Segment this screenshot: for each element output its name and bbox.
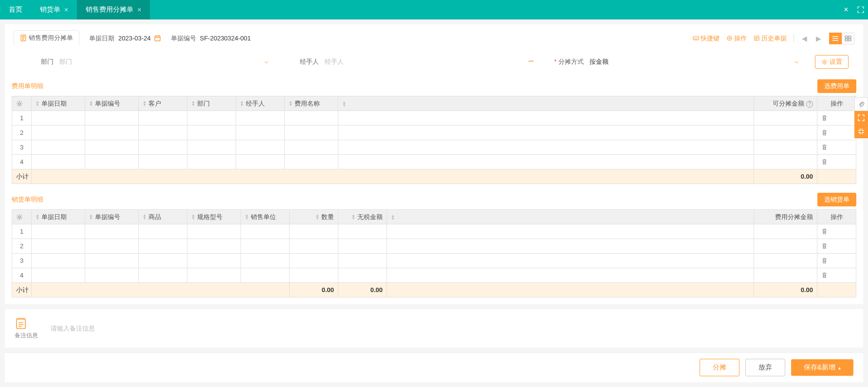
chevron-down-icon[interactable]: ⌵ — [264, 57, 268, 65]
view-grid-button[interactable] — [842, 33, 854, 44]
subtotal-row: 小计0.000.000.00 — [12, 283, 856, 297]
dept-input[interactable] — [57, 56, 270, 68]
handler-input[interactable] — [323, 56, 536, 68]
remarks-input[interactable] — [48, 322, 853, 335]
select-sales-button[interactable]: 选销货单 — [817, 193, 856, 206]
collapse-icon[interactable] — [854, 125, 868, 138]
handler-field: 经手人 ··· — [285, 56, 536, 68]
svg-rect-6 — [845, 36, 848, 38]
delete-icon[interactable] — [821, 272, 852, 278]
close-icon[interactable]: × — [64, 6, 68, 14]
fullscreen-icon[interactable] — [853, 0, 868, 19]
document-title: 销售费用分摊单 — [29, 34, 73, 42]
col-unit[interactable]: ▲▼销售单位 — [241, 210, 290, 224]
delete-icon[interactable] — [821, 129, 852, 136]
close-icon[interactable]: × — [137, 6, 141, 14]
fee-table: ▲▼单据日期 ▲▼单据编号 ▲▼客户 ▲▼部门 ▲▼经手人 ▲▼费用名称 ▲▼ … — [12, 96, 856, 184]
col-handler[interactable]: ▲▼经手人 — [236, 96, 285, 111]
document-header: 销售费用分摊单 单据日期 2023-03-24 单据编号 SF-20230324… — [5, 24, 863, 51]
svg-point-12 — [18, 216, 20, 218]
shortcut-button[interactable]: 快捷键 — [693, 34, 720, 43]
footer-bar: 分摊 放弃 保存&新增▴ — [5, 352, 863, 382]
history-button[interactable]: 历史单据 — [754, 34, 787, 43]
delete-icon[interactable] — [821, 258, 852, 264]
allocate-button[interactable]: 分摊 — [700, 359, 739, 376]
subtotal-qty: 0.00 — [290, 283, 338, 297]
date-field: 单据日期 2023-03-24 — [89, 34, 161, 43]
table-row[interactable]: 4 — [12, 268, 856, 283]
sales-section-title: 销货单明细 — [12, 195, 43, 204]
subtotal-fee: 0.00 — [754, 283, 817, 297]
gear-header[interactable] — [12, 96, 32, 111]
more-icon[interactable]: ··· — [528, 57, 533, 66]
subtotal-amount: 0.00 — [754, 169, 817, 184]
method-label: 分摊方式 — [550, 57, 584, 66]
form-row: 部门 ⌵ 经手人 ··· 分摊方式 ⌵ 设置 — [5, 51, 863, 77]
attachment-icon[interactable] — [854, 97, 868, 111]
tab-home[interactable]: 首页 — [0, 0, 31, 19]
calendar-icon[interactable] — [154, 35, 161, 42]
next-arrow-icon[interactable]: ▶ — [815, 35, 822, 42]
page-content: 销售费用分摊单 单据日期 2023-03-24 单据编号 SF-20230324… — [5, 24, 863, 304]
tab-sales-order[interactable]: 销货单× — [31, 0, 77, 19]
col-notax[interactable]: ▲▼无税金额 — [338, 210, 387, 224]
help-icon[interactable]: ? — [806, 101, 813, 108]
prev-arrow-icon[interactable]: ◀ — [801, 35, 808, 42]
delete-icon[interactable] — [821, 144, 852, 150]
date-label: 单据日期 — [89, 34, 114, 43]
col-blank[interactable]: ▲▼ — [338, 96, 754, 111]
col-fee-name[interactable]: ▲▼费用名称 — [285, 96, 338, 111]
view-list-button[interactable] — [829, 33, 842, 44]
svg-point-3 — [727, 36, 732, 40]
table-row[interactable]: 1 — [12, 224, 856, 239]
svg-rect-7 — [849, 36, 851, 38]
operation-button[interactable]: 操作 — [726, 34, 747, 43]
svg-rect-1 — [155, 36, 160, 41]
col-spec[interactable]: ▲▼规格型号 — [187, 210, 241, 224]
table-row[interactable]: 3 — [12, 140, 856, 155]
settings-button[interactable]: 设置 — [815, 55, 849, 69]
svg-rect-2 — [693, 37, 699, 40]
select-fee-button[interactable]: 选费用单 — [817, 79, 856, 93]
svg-point-10 — [824, 61, 826, 63]
delete-icon[interactable] — [821, 243, 852, 249]
table-row[interactable]: 1 — [12, 111, 856, 126]
delete-icon[interactable] — [821, 228, 852, 235]
number-label: 单据编号 — [171, 34, 196, 43]
col-date[interactable]: ▲▼单据日期 — [32, 96, 85, 111]
delete-icon[interactable] — [821, 115, 852, 121]
svg-rect-13 — [17, 319, 25, 329]
fee-section-title: 费用单明细 — [12, 82, 43, 91]
col-fee-alloc[interactable]: 费用分摊金额 — [754, 210, 817, 224]
tab-sales-fee-allocation[interactable]: 销售费用分摊单× — [77, 0, 150, 19]
window-controls: × — [839, 0, 868, 19]
table-row[interactable]: 4 — [12, 155, 856, 169]
col-blank[interactable]: ▲▼ — [387, 210, 754, 224]
table-row[interactable]: 2 — [12, 239, 856, 254]
col-product[interactable]: ▲▼商品 — [139, 210, 187, 224]
caret-up-icon: ▴ — [838, 365, 841, 370]
svg-rect-9 — [849, 39, 851, 41]
col-number[interactable]: ▲▼单据编号 — [85, 210, 139, 224]
save-new-button[interactable]: 保存&新增▴ — [791, 359, 853, 376]
subtotal-notax: 0.00 — [338, 283, 387, 297]
close-window-icon[interactable]: × — [839, 0, 853, 19]
date-value[interactable]: 2023-03-24 — [118, 35, 151, 42]
discard-button[interactable]: 放弃 — [745, 359, 785, 376]
chevron-down-icon[interactable]: ⌵ — [794, 57, 798, 65]
col-qty[interactable]: ▲▼数量 — [290, 210, 338, 224]
col-alloc-amount[interactable]: 可分摊金额? — [754, 96, 817, 111]
col-date[interactable]: ▲▼单据日期 — [32, 210, 85, 224]
table-row[interactable]: 2 — [12, 126, 856, 140]
gear-header[interactable] — [12, 210, 32, 224]
expand-icon[interactable] — [854, 111, 868, 125]
col-customer[interactable]: ▲▼客户 — [139, 96, 187, 111]
subtotal-row: 小计0.00 — [12, 169, 856, 184]
col-number[interactable]: ▲▼单据编号 — [85, 96, 139, 111]
delete-icon[interactable] — [821, 159, 852, 165]
col-dept[interactable]: ▲▼部门 — [187, 96, 236, 111]
col-action: 操作 — [817, 96, 856, 111]
table-row[interactable]: 3 — [12, 254, 856, 268]
method-select[interactable] — [588, 56, 800, 68]
document-title-tab: 销售费用分摊单 — [14, 30, 79, 46]
